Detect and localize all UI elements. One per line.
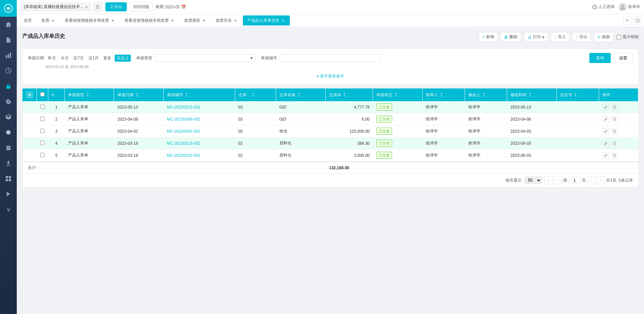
row-select-2[interactable]	[40, 129, 45, 133]
row-edit-icon-0[interactable]	[602, 104, 609, 111]
select-all-checkbox[interactable]	[40, 92, 45, 97]
page-size-select[interactable]: 50 100 200	[524, 177, 542, 184]
table-settings-icon[interactable]: ⚙	[26, 91, 33, 99]
sort-modifier-icon[interactable]: ▲▼	[482, 92, 485, 98]
import-button[interactable]: ↓ 导入	[551, 32, 570, 42]
row-delete-icon-3[interactable]	[611, 140, 618, 147]
sidebar-icon-chart[interactable]	[0, 48, 17, 63]
delete-button[interactable]: 🗑 删除	[500, 32, 521, 42]
row-number-2[interactable]: MC-20230402-001	[163, 125, 235, 137]
row-number-0[interactable]: MC-20230513-001	[163, 101, 235, 113]
tab-open-invoice-close[interactable]: ✕	[233, 18, 238, 23]
shortcut-more[interactable]: 更多	[102, 55, 113, 62]
sidebar-icon-video[interactable]	[0, 186, 17, 202]
tab-sales-invoice-close[interactable]: ✕	[110, 18, 115, 23]
sidebar-icon-info[interactable]: V	[0, 202, 17, 217]
row-select-4[interactable]	[40, 153, 45, 157]
tab-open-invoice[interactable]: 发票开具 ✕	[211, 15, 242, 25]
date-shortcuts: 昨天 今天 近7天 近1月 更多 自定义	[47, 55, 131, 62]
sidebar-icon-document[interactable]	[0, 32, 17, 48]
user-info[interactable]: 徐泽华	[619, 3, 640, 11]
print-button[interactable]: 🖨 打印 ▾	[524, 32, 548, 42]
sidebar-icon-product[interactable]	[0, 109, 17, 125]
sort-date-icon[interactable]: ▲▼	[136, 92, 139, 98]
row-num-3: 4	[48, 137, 65, 149]
svg-rect-11	[9, 179, 11, 181]
new-button[interactable]: + 新增	[479, 32, 498, 42]
new-icon: +	[482, 35, 485, 40]
tab-sales-invoice[interactable]: 查看销项增值税专用发票 ✕	[60, 15, 119, 25]
sort-status-icon[interactable]: ▲▼	[395, 92, 397, 98]
row-select-3[interactable]	[40, 141, 45, 145]
sort-mtime-icon[interactable]: ▲▼	[529, 92, 532, 98]
tab-invoice[interactable]: 发票 ✕	[37, 15, 60, 25]
document-icon-btn[interactable]	[93, 2, 103, 12]
row-wcode-1: 03	[235, 113, 276, 125]
sidebar-icon-settings2[interactable]	[0, 94, 17, 109]
expand-filter-button[interactable]: ▾ 展开更多条件	[314, 72, 347, 80]
sort-number-icon[interactable]: ▲▼	[185, 92, 188, 98]
row-date-0: 2023-05-13	[114, 101, 163, 113]
next-page-btn[interactable]: ›	[587, 176, 595, 184]
row-settings-0	[22, 101, 37, 113]
shortcut-today[interactable]: 今天	[59, 55, 70, 62]
number-filter-input[interactable]	[280, 54, 380, 62]
export-button[interactable]: ↑ 导出	[572, 32, 591, 42]
tab-maximize-btn[interactable]: ⬜	[633, 16, 641, 24]
sidebar-icon-gear[interactable]	[0, 171, 17, 186]
row-edit-icon-4[interactable]	[602, 152, 609, 159]
switch-version-button[interactable]: 切到旧版	[129, 2, 153, 11]
workbench-button[interactable]: 工作台	[105, 2, 127, 11]
tab-invoice-close[interactable]: ✕	[51, 18, 55, 23]
tab-purchase-invoice-close[interactable]: ✕	[170, 18, 175, 23]
first-page-btn[interactable]: «	[544, 176, 552, 184]
shortcut-yesterday[interactable]: 昨天	[47, 55, 57, 62]
refresh-button[interactable]: ↻ 刷新	[594, 32, 614, 42]
sidebar-icon-download[interactable]	[0, 155, 17, 171]
sidebar-icon-analytics[interactable]	[0, 63, 17, 78]
last-page-btn[interactable]: »	[597, 176, 605, 184]
prev-page-btn[interactable]: ‹	[554, 176, 562, 184]
sort-cost-icon[interactable]: ▲▼	[343, 92, 346, 98]
tab-purchase-invoice[interactable]: 查看进项增值税专用发票 ✕	[120, 15, 179, 25]
row-number-3[interactable]: MC-20230319-002	[163, 137, 235, 149]
show-detail-checkbox[interactable]	[616, 35, 621, 40]
tab-home[interactable]: 首页	[19, 15, 36, 25]
sort-voucher-icon[interactable]: ▲▼	[574, 92, 577, 98]
help-button[interactable]: ? 人工咨询	[592, 4, 614, 10]
tab-calc-invoice-close[interactable]: ✕	[202, 18, 206, 23]
row-number-1[interactable]: MC-20230406-001	[163, 113, 235, 125]
row-edit-icon-2[interactable]	[602, 128, 609, 135]
row-num-0: 1	[48, 101, 65, 113]
setting-button[interactable]: 设置	[613, 53, 633, 63]
row-select-1[interactable]	[40, 117, 45, 121]
query-button[interactable]: 查询	[589, 53, 611, 63]
row-select-0[interactable]	[40, 105, 45, 109]
row-edit-icon-3[interactable]	[602, 140, 609, 147]
tab-product-history-close[interactable]: ✕	[281, 18, 285, 23]
type-filter-select[interactable]: ▾	[155, 54, 256, 62]
sort-wcode-icon[interactable]: ▲▼	[252, 92, 255, 98]
tab-calc-invoice[interactable]: 发票测算 ✕	[180, 15, 211, 25]
row-number-4[interactable]: MC-20230319-001	[163, 149, 235, 162]
sidebar-icon-archive[interactable]	[0, 140, 17, 155]
row-delete-icon-2[interactable]	[611, 128, 618, 135]
sort-wname-icon[interactable]: ▲▼	[298, 92, 301, 98]
shortcut-custom[interactable]: 自定义	[115, 55, 131, 62]
sort-type-icon[interactable]: ▲▼	[86, 92, 89, 98]
sidebar-icon-home[interactable]	[0, 17, 17, 32]
sidebar-icon-lock[interactable]	[0, 78, 17, 94]
tab-product-history[interactable]: 产成品入库单历史 ✕	[243, 15, 290, 25]
row-delete-icon-1[interactable]	[611, 116, 618, 123]
company-selector[interactable]: (库存核算) 直播轻拢通信息技术股份... ▾	[21, 3, 91, 11]
tab-close-btn[interactable]: ✕	[623, 16, 631, 24]
row-delete-icon-0[interactable]	[611, 104, 618, 111]
page-input[interactable]	[569, 177, 581, 184]
shortcut-1month[interactable]: 近1月	[87, 55, 100, 62]
shortcut-7days[interactable]: 近7天	[72, 55, 85, 62]
sort-creator-icon[interactable]: ▲▼	[440, 92, 443, 98]
row-voucher-2	[556, 125, 599, 137]
row-edit-icon-1[interactable]	[602, 116, 609, 123]
row-delete-icon-4[interactable]	[611, 152, 618, 159]
sidebar-icon-stamp[interactable]	[0, 125, 17, 140]
